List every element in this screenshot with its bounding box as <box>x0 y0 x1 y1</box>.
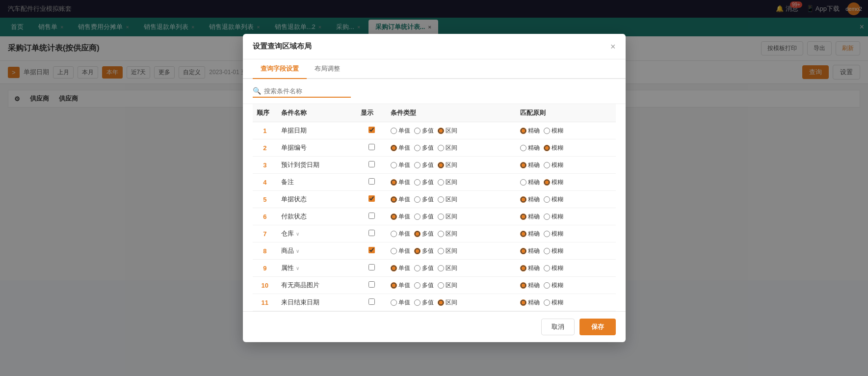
table-row: 10有无商品图片单值多值区间精确模糊 <box>253 277 616 281</box>
cell-order: 9 <box>253 260 278 277</box>
match-option-0[interactable]: 精确 <box>520 127 540 135</box>
type-option-2[interactable]: 区间 <box>438 247 457 255</box>
type-option-1[interactable]: 多值 <box>414 195 434 204</box>
match-option-0[interactable]: 精确 <box>520 178 540 187</box>
match-option-1[interactable]: 模糊 <box>544 178 563 187</box>
cell-match[interactable]: 精确模糊 <box>516 157 616 174</box>
dialog-tab-query[interactable]: 查询字段设置 <box>253 59 307 79</box>
cell-type[interactable]: 单值多值区间 <box>387 260 516 277</box>
type-option-1[interactable]: 多值 <box>414 213 434 221</box>
cell-match[interactable]: 精确模糊 <box>516 122 616 139</box>
cell-type[interactable]: 单值多值区间 <box>387 157 516 174</box>
cell-match[interactable]: 精确模糊 <box>516 139 616 157</box>
expand-arrow[interactable]: ∨ <box>296 266 299 271</box>
cell-match[interactable]: 精确模糊 <box>516 191 616 208</box>
col-header-name: 条件名称 <box>277 104 357 122</box>
type-option-0[interactable]: 单值 <box>391 230 410 238</box>
type-option-2[interactable]: 区间 <box>438 178 457 187</box>
type-option-0[interactable]: 单值 <box>391 264 410 272</box>
cell-match[interactable]: 精确模糊 <box>516 277 616 281</box>
type-option-1[interactable]: 多值 <box>414 127 434 135</box>
cell-show[interactable] <box>357 277 387 281</box>
match-option-1[interactable]: 模糊 <box>544 264 563 272</box>
search-input[interactable] <box>264 87 342 95</box>
show-checkbox-1[interactable] <box>368 144 375 150</box>
cell-show[interactable] <box>357 208 387 225</box>
cell-match[interactable]: 精确模糊 <box>516 174 616 191</box>
type-option-0[interactable]: 单值 <box>391 127 410 135</box>
type-option-2[interactable]: 区间 <box>438 213 457 221</box>
cell-type[interactable]: 单值多值区间 <box>387 225 516 242</box>
show-checkbox-7[interactable] <box>368 247 375 253</box>
match-option-0[interactable]: 精确 <box>520 195 540 204</box>
cell-type[interactable]: 单值多值区间 <box>387 174 516 191</box>
type-option-1[interactable]: 多值 <box>414 178 434 187</box>
show-checkbox-0[interactable] <box>368 127 375 133</box>
col-header-order: 顺序 <box>253 104 278 122</box>
match-option-0[interactable]: 精确 <box>520 230 540 238</box>
show-checkbox-2[interactable] <box>368 161 375 167</box>
type-option-2[interactable]: 区间 <box>438 195 457 204</box>
cell-order: 6 <box>253 208 278 225</box>
cell-type[interactable]: 单值多值区间 <box>387 208 516 225</box>
cell-order: 5 <box>253 191 278 208</box>
cell-show[interactable] <box>357 157 387 174</box>
cell-match[interactable]: 精确模糊 <box>516 208 616 225</box>
match-option-0[interactable]: 精确 <box>520 264 540 272</box>
table-row: 1单据日期单值多值区间精确模糊 <box>253 122 616 139</box>
match-option-0[interactable]: 精确 <box>520 161 540 169</box>
cell-match[interactable]: 精确模糊 <box>516 242 616 260</box>
type-option-1[interactable]: 多值 <box>414 264 434 272</box>
type-option-0[interactable]: 单值 <box>391 247 410 255</box>
match-option-1[interactable]: 模糊 <box>544 247 563 255</box>
match-option-1[interactable]: 模糊 <box>544 144 563 152</box>
type-option-0[interactable]: 单值 <box>391 213 410 221</box>
expand-arrow[interactable]: ∨ <box>296 248 299 254</box>
show-checkbox-3[interactable] <box>368 178 375 185</box>
match-option-1[interactable]: 模糊 <box>544 213 563 221</box>
cell-type[interactable]: 单值多值区间 <box>387 191 516 208</box>
match-option-0[interactable]: 精确 <box>520 247 540 255</box>
expand-arrow[interactable]: ∨ <box>296 231 299 237</box>
show-checkbox-8[interactable] <box>368 264 375 270</box>
type-option-1[interactable]: 多值 <box>414 161 434 169</box>
cell-order: 4 <box>253 174 278 191</box>
type-option-2[interactable]: 区间 <box>438 161 457 169</box>
cell-show[interactable] <box>357 139 387 157</box>
dialog-close-button[interactable]: × <box>610 42 616 51</box>
cell-name: 商品 ∨ <box>277 242 357 260</box>
cell-show[interactable] <box>357 174 387 191</box>
type-option-0[interactable]: 单值 <box>391 195 410 204</box>
type-option-2[interactable]: 区间 <box>438 264 457 272</box>
type-option-0[interactable]: 单值 <box>391 178 410 187</box>
type-option-2[interactable]: 区间 <box>438 127 457 135</box>
show-checkbox-5[interactable] <box>368 213 375 219</box>
match-option-1[interactable]: 模糊 <box>544 127 563 135</box>
cell-match[interactable]: 精确模糊 <box>516 260 616 277</box>
cell-show[interactable] <box>357 191 387 208</box>
match-option-0[interactable]: 精确 <box>520 213 540 221</box>
type-option-1[interactable]: 多值 <box>414 247 434 255</box>
type-option-1[interactable]: 多值 <box>414 144 434 152</box>
match-option-0[interactable]: 精确 <box>520 144 540 152</box>
type-option-0[interactable]: 单值 <box>391 161 410 169</box>
dialog-tab-layout[interactable]: 布局调整 <box>307 59 348 79</box>
type-option-1[interactable]: 多值 <box>414 230 434 238</box>
type-option-2[interactable]: 区间 <box>438 230 457 238</box>
match-option-1[interactable]: 模糊 <box>544 161 563 169</box>
cell-show[interactable] <box>357 225 387 242</box>
cell-type[interactable]: 单值多值区间 <box>387 242 516 260</box>
match-option-1[interactable]: 模糊 <box>544 230 563 238</box>
type-option-2[interactable]: 区间 <box>438 144 457 152</box>
cell-type[interactable]: 单值多值区间 <box>387 139 516 157</box>
cell-show[interactable] <box>357 242 387 260</box>
cell-type[interactable]: 单值多值区间 <box>387 277 516 281</box>
cell-type[interactable]: 单值多值区间 <box>387 122 516 139</box>
cell-show[interactable] <box>357 260 387 277</box>
show-checkbox-4[interactable] <box>368 195 375 202</box>
match-option-1[interactable]: 模糊 <box>544 195 563 204</box>
type-option-0[interactable]: 单值 <box>391 144 410 152</box>
cell-show[interactable] <box>357 122 387 139</box>
cell-match[interactable]: 精确模糊 <box>516 225 616 242</box>
show-checkbox-6[interactable] <box>368 230 375 236</box>
